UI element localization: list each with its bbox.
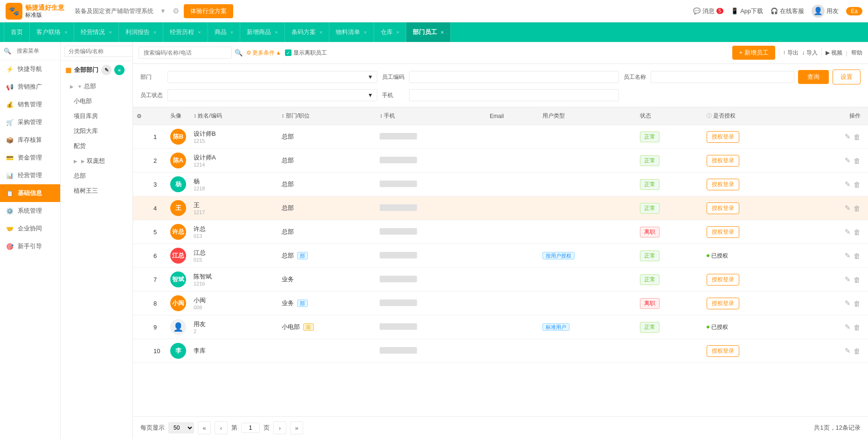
phone-input[interactable] — [409, 89, 619, 101]
dropdown-icon[interactable]: ▼ — [160, 7, 166, 14]
dept-node[interactable]: ▶双庞想 — [61, 153, 132, 168]
edit-button[interactable]: ✎ — [845, 228, 851, 236]
auth-login-button[interactable]: 授权登录 — [707, 298, 739, 309]
auth-login-button[interactable]: 授权登录 — [707, 155, 739, 167]
edit-button[interactable]: ✎ — [845, 299, 851, 307]
edit-button[interactable]: ✎ — [845, 275, 851, 284]
auth-login-button[interactable]: 授权登录 — [707, 131, 739, 143]
edit-button[interactable]: ✎ — [845, 180, 851, 188]
nav-tab-新增商品[interactable]: 新增商品× — [240, 22, 285, 42]
last-page-button[interactable]: » — [290, 421, 303, 434]
import-button[interactable]: ↓ 导入 — [802, 49, 818, 57]
dept-node[interactable]: 项目库房 — [61, 109, 132, 124]
nav-tab-经营情况[interactable]: 经营情况× — [74, 22, 118, 42]
delete-button[interactable]: 🗑 — [854, 157, 861, 165]
next-page-button[interactable]: › — [273, 421, 286, 434]
tab-close-icon[interactable]: × — [396, 29, 399, 35]
page-size-select[interactable]: 50 100 200 — [168, 422, 194, 433]
delete-button[interactable]: 🗑 — [854, 181, 861, 188]
user-menu[interactable]: 👤 用友 — [812, 5, 839, 18]
edit-button[interactable]: ✎ — [845, 251, 851, 260]
nav-tab-仓库[interactable]: 仓库× — [374, 22, 406, 42]
edit-button[interactable]: ✎ — [845, 156, 851, 165]
delete-button[interactable]: 🗑 — [854, 347, 861, 355]
dept-select[interactable]: ▼ — [167, 71, 377, 83]
nav-tab-商品[interactable]: 商品× — [208, 22, 240, 42]
auth-login-button[interactable]: 授权登录 — [707, 226, 739, 238]
gear-icon[interactable]: ⚙ — [137, 113, 142, 119]
tab-close-icon[interactable]: × — [319, 29, 322, 35]
collapse-arrow-icon[interactable]: ▶ — [81, 159, 85, 164]
trial-button[interactable]: 体验行业方案 — [184, 4, 233, 18]
delete-button[interactable]: 🗑 — [854, 300, 861, 307]
nav-tab-物料清单[interactable]: 物料清单× — [329, 22, 374, 42]
tab-close-icon[interactable]: × — [364, 29, 367, 35]
edit-button[interactable]: ✎ — [845, 323, 851, 331]
nav-tab-条码方案[interactable]: 条码方案× — [285, 22, 329, 42]
dept-node[interactable]: 总部 — [61, 168, 132, 183]
nav-tab-利润报告[interactable]: 利润报告× — [119, 22, 163, 42]
emp-name-input[interactable] — [651, 71, 794, 83]
dept-node[interactable]: 配货 — [61, 139, 132, 153]
sidebar-item-guide[interactable]: 🎯新手引导 — [0, 237, 60, 255]
tab-close-icon[interactable]: × — [275, 29, 278, 35]
online-service-button[interactable]: 🎧 在线客服 — [771, 7, 804, 15]
search-input[interactable] — [139, 47, 232, 59]
sidebar-search-input[interactable] — [13, 46, 61, 56]
edit-button[interactable]: ✎ — [845, 132, 851, 141]
dept-search-input[interactable] — [64, 46, 133, 57]
expand-arrow-icon[interactable]: ▼ — [77, 84, 82, 89]
resigned-checkbox[interactable]: ✓ — [285, 49, 292, 56]
emp-code-input[interactable] — [409, 71, 619, 83]
export-button[interactable]: ↑ 导出 — [783, 49, 799, 57]
edit-button[interactable]: ✎ — [845, 347, 851, 355]
settings-icon[interactable]: ⚙ — [173, 7, 179, 15]
sidebar-item-system[interactable]: ⚙️系统管理 — [0, 202, 60, 220]
info-icon[interactable]: ⓘ — [707, 113, 712, 118]
delete-button[interactable]: 🗑 — [854, 133, 861, 141]
message-button[interactable]: 💬 消息 5 — [693, 7, 724, 15]
query-button[interactable]: 查询 — [798, 70, 829, 84]
reset-button[interactable]: 设置 — [833, 70, 861, 84]
edit-button[interactable]: ✎ — [845, 204, 851, 212]
add-employee-button[interactable]: + 新增员工 — [732, 46, 775, 60]
sidebar-item-purchase[interactable]: 🛒采购管理 — [0, 113, 60, 131]
prev-page-button[interactable]: ‹ — [215, 421, 228, 434]
sidebar-item-corp[interactable]: 🤝企业协同 — [0, 220, 60, 237]
nav-tab-经营历程[interactable]: 经营历程× — [163, 22, 208, 42]
auth-login-button[interactable]: 授权登录 — [707, 274, 739, 286]
sidebar-item-finance[interactable]: 💳资金管理 — [0, 149, 60, 167]
dept-edit-btn[interactable]: ✎ — [101, 65, 111, 75]
search-button[interactable]: 🔍 — [235, 49, 243, 56]
auth-login-button[interactable]: 授权登录 — [707, 345, 739, 357]
dept-node[interactable]: ▼总部 — [61, 79, 132, 94]
sidebar-item-operations[interactable]: 📊经营管理 — [0, 167, 60, 184]
video-button[interactable]: ▶ 视频 — [826, 49, 842, 57]
delete-button[interactable]: 🗑 — [854, 204, 861, 212]
help-button[interactable]: 帮助 — [851, 49, 862, 57]
sidebar-item-basics[interactable]: 📋基础信息 — [0, 184, 60, 202]
tab-close-icon[interactable]: × — [441, 29, 444, 35]
dept-node[interactable]: 植树王三 — [61, 183, 132, 198]
page-number-input[interactable] — [241, 423, 260, 433]
tab-close-icon[interactable]: × — [64, 29, 67, 35]
sidebar-item-inventory[interactable]: 📦库存核算 — [0, 131, 60, 149]
show-resigned-toggle[interactable]: ✓ 显示离职员工 — [285, 49, 327, 57]
tab-close-icon[interactable]: × — [153, 29, 156, 35]
more-filter-btn[interactable]: ⚙ 更多条件 ▲ — [246, 49, 281, 57]
tab-close-icon[interactable]: × — [109, 29, 111, 35]
nav-tab-部门员工[interactable]: 部门员工× — [406, 22, 451, 42]
nav-tab-首页[interactable]: 首页 — [4, 22, 30, 42]
first-page-button[interactable]: « — [198, 421, 211, 434]
sidebar-item-marketing[interactable]: 📢营销推广 — [0, 78, 60, 96]
delete-button[interactable]: 🗑 — [854, 228, 861, 236]
sidebar-item-quick-nav[interactable]: ⚡快捷导航 — [0, 60, 60, 78]
tab-close-icon[interactable]: × — [230, 29, 233, 35]
emp-status-select[interactable]: ▼ — [167, 89, 377, 101]
sidebar-item-sales[interactable]: 💰销售管理 — [0, 96, 60, 113]
app-download-button[interactable]: 📱 App下载 — [731, 7, 763, 15]
dept-node[interactable]: 小电部 — [61, 94, 132, 109]
auth-login-button[interactable]: 授权登录 — [707, 202, 739, 214]
delete-button[interactable]: 🗑 — [854, 276, 861, 284]
all-dept-header[interactable]: ▦ 全部部门 ✎ « — [61, 61, 132, 79]
